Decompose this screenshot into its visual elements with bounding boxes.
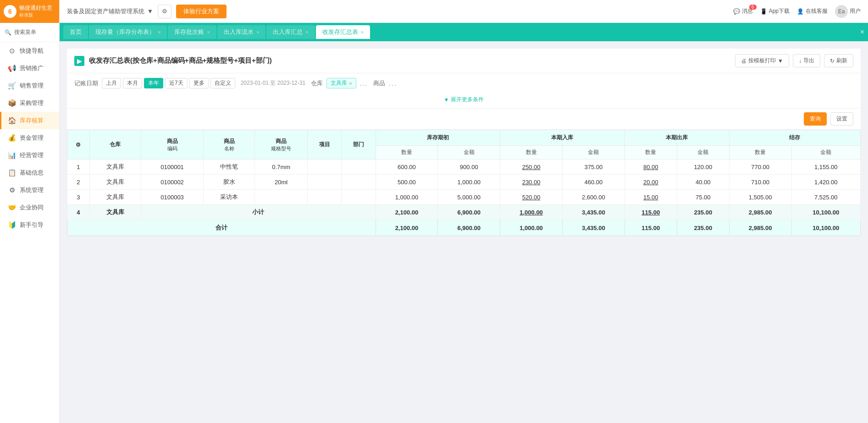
tab-label: 首页 — [70, 28, 82, 36]
sidebar-item-basic[interactable]: 📋 基础信息 — [0, 164, 59, 181]
total-row: 合计 2,100.00 6,900.00 1,000.00 3,435.00 1… — [67, 220, 861, 236]
row-in-amt: 375.00 — [562, 159, 625, 175]
total-in-amt: 3,435.00 — [562, 220, 625, 236]
search-label: 搜索菜单 — [14, 28, 36, 36]
sidebar-item-collab[interactable]: 🤝 企业协同 — [0, 199, 59, 216]
row-in-qty[interactable]: 520.00 — [500, 190, 563, 205]
sidebar-item-purchase[interactable]: 📦 采购管理 — [0, 94, 59, 112]
app-download-button[interactable]: 📱 App下载 — [760, 7, 790, 15]
row-dept — [342, 159, 376, 175]
tab-close-icon[interactable]: × — [158, 29, 160, 35]
date-buttons: 上月 本月 本年 近7天 更多 自定义 — [102, 78, 235, 88]
warehouse-filter-dots[interactable]: ... — [360, 80, 368, 87]
row-warehouse: 文具库 — [89, 175, 141, 190]
row-warehouse: 文具库 — [89, 159, 141, 175]
row-project — [307, 175, 341, 190]
row-bal-qty: 1,505.00 — [729, 190, 791, 205]
row-bal-qty: 710.00 — [729, 175, 791, 190]
sidebar-item-marketing[interactable]: 📢 营销推广 — [0, 60, 59, 77]
row-in-qty[interactable]: 250.00 — [500, 159, 563, 175]
subtotal-out-amt: 235.00 — [677, 205, 729, 220]
search-icon: 🔍 — [5, 29, 11, 36]
row-out-qty[interactable]: 20.00 — [625, 175, 677, 190]
th-settings[interactable]: ⚙ — [67, 130, 90, 159]
date-btn-more[interactable]: 更多 — [189, 78, 209, 88]
th-out-qty: 数量 — [625, 146, 677, 159]
sidebar-logo: 6 畅捷通好生意 标准版 — [0, 0, 59, 23]
row-name: 采访本 — [203, 190, 254, 205]
trial-button[interactable]: 体验行业方案 — [176, 5, 227, 18]
sidebar-item-sales[interactable]: 🛒 销售管理 — [0, 77, 59, 94]
row-in-amt: 2,600.00 — [562, 190, 625, 205]
tab-close-icon[interactable]: × — [361, 29, 364, 35]
row-warehouse: 文具库 — [89, 190, 141, 205]
row-out-qty[interactable]: 80.00 — [625, 159, 677, 175]
row-no: 1 — [67, 159, 90, 175]
sidebar-item-operations[interactable]: 📊 经营管理 — [0, 147, 59, 164]
filter-toggle-button[interactable]: ▶ — [74, 56, 84, 66]
query-button[interactable]: 查询 — [804, 112, 827, 126]
row-project — [307, 159, 341, 175]
tab-close-icon[interactable]: × — [256, 29, 259, 35]
tab-batch-ledger[interactable]: 库存批次账 × — [168, 25, 216, 39]
print-label: 按模板打印 — [748, 57, 776, 65]
total-bal-amt: 10,100.00 — [791, 220, 860, 236]
refresh-button[interactable]: ↻ 刷新 — [824, 54, 853, 67]
date-btn-custom[interactable]: 自定义 — [210, 78, 235, 88]
date-btn-this-year[interactable]: 本年 — [144, 78, 163, 88]
row-name: 胶水 — [203, 175, 254, 190]
row-out-qty[interactable]: 15.00 — [625, 190, 677, 205]
gear-button[interactable]: ⚙ — [158, 5, 171, 18]
goods-filter-dots[interactable]: ... — [389, 80, 397, 87]
sidebar-item-inventory[interactable]: 🏠 库存核算 — [0, 112, 59, 129]
date-btn-this-month[interactable]: 本月 — [123, 78, 142, 88]
marketing-icon: 📢 — [8, 64, 16, 72]
tab-in-out-flow[interactable]: 出入库流水 × — [217, 25, 265, 39]
system-name: 装备及固定资产辅助管理系统 — [67, 7, 144, 16]
sidebar-item-quick-nav[interactable]: ⊙ 快捷导航 — [0, 42, 59, 60]
row-in-qty[interactable]: 230.00 — [500, 175, 563, 190]
tab-home[interactable]: 首页 — [63, 25, 88, 39]
tab-close-icon[interactable]: × — [207, 29, 210, 35]
sidebar-search[interactable]: 🔍 搜索菜单 — [0, 23, 59, 42]
online-service-button[interactable]: 👤 在线客服 — [797, 7, 828, 15]
row-init-qty: 1,000.00 — [376, 190, 438, 205]
content-area: ▶ 收发存汇总表(按仓库+商品编码+商品+规格型号+项目+部门) 🖨 按模板打印… — [60, 41, 868, 423]
app-download-label: App下载 — [769, 7, 790, 15]
row-init-amt: 900.00 — [438, 159, 500, 175]
export-button[interactable]: ↓ 导出 — [793, 54, 820, 67]
date-btn-last-month[interactable]: 上月 — [102, 78, 121, 88]
print-button[interactable]: 🖨 按模板打印 ▼ — [735, 54, 789, 67]
date-btn-7days[interactable]: 近7天 — [165, 78, 188, 88]
tab-inventory-dist[interactable]: 现存量（库存分布表） × — [89, 25, 167, 39]
warehouse-tag-close-icon[interactable]: × — [349, 81, 352, 86]
tab-receive-send-summary[interactable]: 收发存汇总表 × — [316, 25, 370, 39]
message-button[interactable]: 💬 消息 6 — [733, 7, 753, 15]
date-filter-label: 记账日期 — [74, 79, 98, 88]
th-in-stock: 本期入库 — [500, 130, 625, 146]
expand-conditions-button[interactable]: ▼ 展开更多条件 — [444, 96, 484, 104]
th-bal-amt: 金额 — [791, 146, 860, 159]
subtotal-out-qty[interactable]: 115.00 — [625, 205, 677, 220]
sidebar-item-system[interactable]: ⚙ 系统管理 — [0, 181, 59, 199]
data-table: ⚙ 仓库 商品编码 商品名称 商品规格型号 项目 部门 库存期初 本期入库 本期… — [67, 130, 861, 236]
settings-button[interactable]: 设置 — [830, 112, 853, 126]
row-bal-amt: 1,155.00 — [791, 159, 860, 175]
row-out-amt: 40.00 — [677, 175, 729, 190]
th-init-qty: 数量 — [376, 146, 438, 159]
subtotal-in-qty[interactable]: 1,000.00 — [500, 205, 563, 220]
system-selector[interactable]: 装备及固定资产辅助管理系统 ▼ — [67, 7, 153, 16]
row-spec: 0.7mm — [255, 159, 307, 175]
user-menu[interactable]: Ea 用户 — [835, 5, 861, 18]
tab-close-icon[interactable]: × — [305, 29, 308, 35]
row-project — [307, 190, 341, 205]
sidebar-item-guide[interactable]: 🔰 新手引导 — [0, 216, 59, 234]
tabbar-close-icon[interactable]: × — [860, 28, 864, 36]
topbar-left: 装备及固定资产辅助管理系统 ▼ ⚙ 体验行业方案 — [67, 5, 227, 18]
tab-in-out-summary[interactable]: 出入库汇总 × — [266, 25, 315, 39]
app-icon: 📱 — [760, 8, 767, 15]
sidebar-item-finance[interactable]: 💰 资金管理 — [0, 129, 59, 147]
warehouse-tag[interactable]: 文具库 × — [326, 78, 356, 88]
date-filter-group: 记账日期 上月 本月 本年 近7天 更多 自定义 2023-01-01 至 20… — [74, 78, 305, 88]
total-init-amt: 6,900.00 — [438, 220, 500, 236]
